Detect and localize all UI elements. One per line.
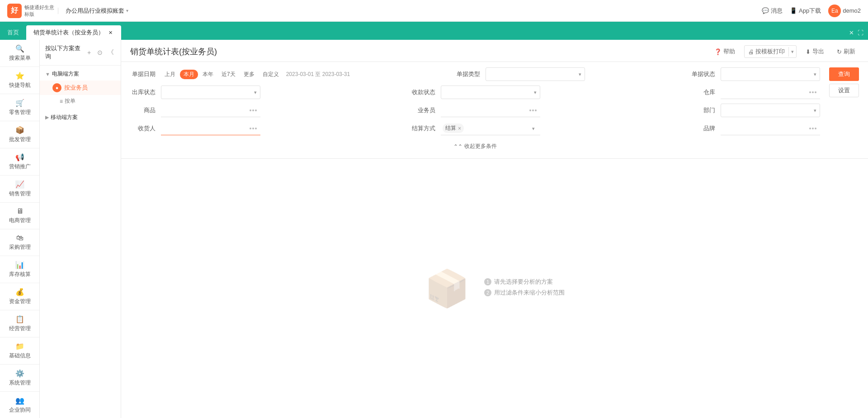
- sidebar-item-purchase[interactable]: 🛍 采购管理: [0, 229, 39, 256]
- goods-label: 商品: [130, 106, 156, 114]
- salesman-more-button[interactable]: [528, 109, 538, 111]
- goods-input-wrapper: [161, 104, 260, 117]
- scheme-add-button[interactable]: +: [85, 48, 94, 57]
- query-buttons: 查询 设置: [826, 67, 859, 97]
- warehouse-label: 仓库: [690, 88, 715, 96]
- sidebar-item-operation[interactable]: 📋 经营管理: [0, 310, 39, 337]
- doc-type-select[interactable]: [486, 67, 585, 81]
- scheme-item-by-salesman[interactable]: ● 按业务员: [40, 81, 121, 95]
- message-button[interactable]: 💬 消息: [762, 7, 783, 15]
- filter-row-4: 收货人 结算方式 结算: [130, 122, 820, 135]
- sidebar-item-wholesale[interactable]: 📦 批发管理: [0, 121, 39, 148]
- filter-area: 单据日期 上月 本月 本年 近7天 更多 自定义 20: [121, 62, 868, 159]
- settlement-tag: 结算 ×: [443, 124, 464, 133]
- sidebar-item-system[interactable]: ⚙️ 系统管理: [0, 365, 39, 392]
- export-icon: ⬇: [806, 48, 811, 55]
- logo-icon: 好: [7, 4, 22, 18]
- tab-home[interactable]: 首页: [0, 25, 26, 40]
- star-icon: ⭐: [15, 71, 24, 80]
- sidebar-item-quick-nav[interactable]: ⭐ 快捷导航: [0, 67, 39, 94]
- sidebar-item-finance[interactable]: 💰 资金管理: [0, 283, 39, 310]
- main-layout: 🔍 搜索菜单 ⭐ 快捷导航 🛒 零售管理 📦 批发管理 📢 营销推广 📈 销售管…: [0, 40, 868, 418]
- doc-status-select[interactable]: [721, 67, 820, 81]
- sidebar-item-inventory[interactable]: 📊 库存核算: [0, 256, 39, 283]
- department-select[interactable]: [721, 104, 820, 117]
- salesman-input[interactable]: [443, 104, 528, 117]
- refresh-button[interactable]: ↻ 刷新: [833, 46, 859, 57]
- receiver-input-wrapper: [161, 122, 260, 135]
- folder-icon: 📁: [15, 342, 24, 351]
- query-button[interactable]: 查询: [829, 67, 859, 81]
- page-actions: ❓ 帮助 🖨 按模板打印 ▾ ⬇ 导出: [711, 45, 859, 58]
- warehouse-more-button[interactable]: [807, 91, 818, 93]
- tab-sales-stat[interactable]: 销货单统计表（按业务员） ✕: [26, 25, 121, 40]
- settlement-wrapper: 结算 ×: [441, 122, 540, 135]
- date-tab-last-month[interactable]: 上月: [161, 70, 179, 79]
- payment-status-select-wrapper: [441, 86, 540, 99]
- app-selector[interactable]: 办公用品行业模拟账套 ▾: [62, 5, 132, 17]
- sidebar-item-search[interactable]: 🔍 搜索菜单: [0, 40, 39, 67]
- box-icon: 📦: [15, 126, 24, 134]
- collapse-up-icon: ⌃⌃: [453, 143, 462, 150]
- money-icon: 💰: [15, 288, 24, 296]
- settlement-tag-close[interactable]: ×: [458, 125, 461, 132]
- brand-input[interactable]: [722, 122, 807, 135]
- scheme-active-icon: ●: [52, 83, 61, 92]
- expand-icon: ▼: [45, 71, 50, 77]
- receiver-input[interactable]: [163, 122, 248, 135]
- collapse-button[interactable]: ⌃⌃ 收起更多条件: [130, 140, 820, 153]
- tip-num-2: 2: [484, 289, 491, 296]
- settings-button[interactable]: 设置: [829, 84, 859, 97]
- date-tab-this-month[interactable]: 本月: [180, 70, 198, 79]
- scheme-group-mobile-title[interactable]: ▶ 移动端方案: [40, 111, 121, 124]
- out-status-select[interactable]: [161, 86, 260, 99]
- scheme-collapse-button[interactable]: 《: [106, 48, 115, 57]
- tip-num-1: 1: [484, 278, 491, 285]
- sub-icon: ≡: [60, 98, 63, 104]
- tab-close-all-icon[interactable]: ✕: [848, 28, 855, 37]
- template-print-main[interactable]: 🖨 按模板打印: [745, 46, 788, 57]
- payment-status-select[interactable]: [441, 86, 540, 99]
- sidebar-item-marketing[interactable]: 📢 营销推广: [0, 148, 39, 176]
- sidebar-item-sales[interactable]: 📈 销售管理: [0, 176, 39, 203]
- help-button[interactable]: ❓ 帮助: [711, 46, 739, 57]
- print-icon: 🖨: [748, 48, 754, 55]
- tab-maximize-icon[interactable]: ⛶: [857, 28, 864, 37]
- sidebar-item-company[interactable]: 👥 企业协同: [0, 392, 39, 418]
- app-download-button[interactable]: 📱 App下载: [790, 7, 821, 15]
- brand-more-button[interactable]: [807, 128, 818, 129]
- template-print-button[interactable]: 🖨 按模板打印 ▾: [744, 45, 797, 58]
- help-icon: ❓: [714, 48, 722, 55]
- scheme-group-desktop: ▼ 电脑端方案 ● 按业务员 ≡ 按单: [40, 66, 121, 109]
- monitor-icon: 🖥: [16, 207, 24, 215]
- settlement-select[interactable]: [466, 122, 538, 135]
- date-tab-custom[interactable]: 自定义: [259, 70, 283, 79]
- scheme-group-desktop-title[interactable]: ▼ 电脑端方案: [40, 67, 121, 81]
- goods-more-button[interactable]: [248, 109, 259, 111]
- receiver-more-button[interactable]: [248, 128, 259, 129]
- sidebar-item-retail[interactable]: 🛒 零售管理: [0, 94, 39, 121]
- sidebar-item-ecommerce[interactable]: 🖥 电商管理: [0, 203, 39, 229]
- tab-close-icon[interactable]: ✕: [107, 29, 114, 36]
- date-tab-this-year[interactable]: 本年: [199, 70, 217, 79]
- salesman-input-wrapper: [441, 104, 540, 117]
- user-profile[interactable]: Ea demo2: [828, 5, 861, 17]
- export-button[interactable]: ⬇ 导出: [802, 46, 828, 57]
- warehouse-input[interactable]: [722, 86, 807, 99]
- date-tab-last7days[interactable]: 近7天: [218, 70, 239, 79]
- scheme-actions: + ⊙ 《: [85, 48, 115, 57]
- scheme-edit-button[interactable]: ⊙: [95, 48, 104, 57]
- filter-row-2: 出库状态 收款状态: [130, 86, 820, 99]
- goods-input[interactable]: [163, 104, 248, 117]
- scheme-group-mobile: ▶ 移动端方案: [40, 109, 121, 126]
- empty-illustration: 📦: [425, 267, 470, 310]
- out-status-label: 出库状态: [130, 88, 156, 96]
- doc-status-label: 单据状态: [690, 70, 715, 78]
- sidebar: 🔍 搜索菜单 ⭐ 快捷导航 🛒 零售管理 📦 批发管理 📢 营销推广 📈 销售管…: [0, 40, 40, 418]
- sidebar-item-basic[interactable]: 📁 基础信息: [0, 337, 39, 365]
- date-tab-more[interactable]: 更多: [240, 70, 258, 79]
- template-print-arrow[interactable]: ▾: [788, 47, 796, 57]
- filter-row-1: 单据日期 上月 本月 本年 近7天 更多 自定义 20: [130, 67, 820, 81]
- scheme-sub-item-by-order[interactable]: ≡ 按单: [40, 95, 121, 107]
- header-left: 好 畅捷通好生意 标版 办公用品行业模拟账套 ▾: [7, 4, 132, 18]
